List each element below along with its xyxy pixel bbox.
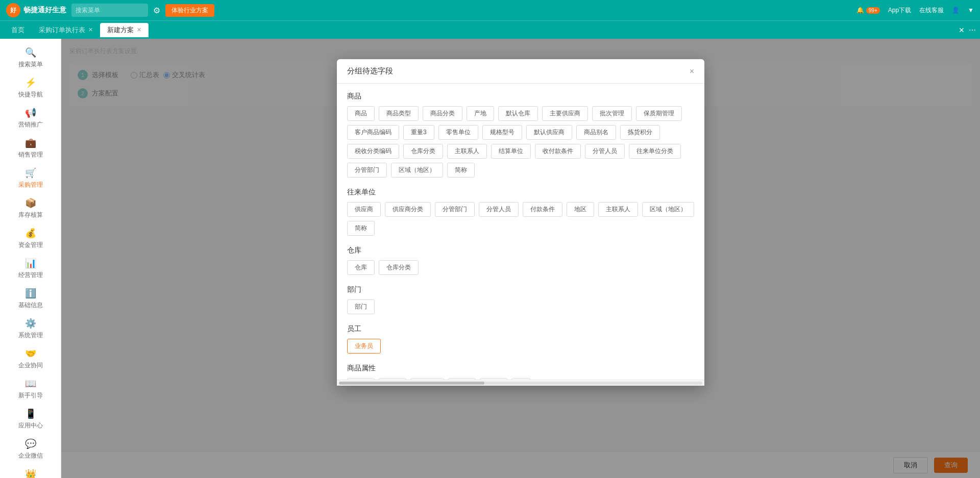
- online-service-link[interactable]: 在线客服: [919, 6, 944, 15]
- field-main-supplier[interactable]: 主要供应商: [542, 106, 588, 121]
- field-manager2[interactable]: 分管人员: [479, 202, 519, 217]
- field-main-contact[interactable]: 主联系人: [447, 144, 487, 159]
- sidebar-item-guide[interactable]: 📖 新手引导: [0, 374, 61, 404]
- field-settlement-unit[interactable]: 结算单位: [491, 144, 531, 159]
- field-partner-category[interactable]: 往来单位分类: [629, 144, 681, 159]
- field-salesperson[interactable]: 业务员: [347, 339, 381, 354]
- user-avatar[interactable]: 👤: [952, 7, 960, 14]
- section-partner: 往来单位 供应商 供应商分类 分管部门 分管人员 付款条件 地区 主联系人 区域…: [347, 188, 694, 236]
- field-dept-managed2[interactable]: 分管部门: [435, 202, 475, 217]
- field-default-supplier[interactable]: 默认供应商: [526, 125, 572, 140]
- sidebar-label-inventory: 库存核算: [18, 211, 43, 219]
- field-warehouse[interactable]: 仓库: [347, 260, 375, 275]
- field-default-warehouse[interactable]: 默认仓库: [498, 106, 538, 121]
- wechat-icon: 💬: [25, 438, 36, 449]
- marketing-icon: 📢: [25, 107, 36, 118]
- section-employee: 员工 业务员: [347, 324, 694, 354]
- shortcuts-icon: ⚡: [25, 77, 36, 88]
- operations-icon: 📊: [25, 258, 36, 269]
- sidebar-label-finance: 资金管理: [18, 241, 43, 249]
- section-product-attr-title: 商品属性: [347, 364, 694, 373]
- tab-purchase-exec[interactable]: 采购订单执行表 ✕: [32, 23, 100, 37]
- sidebar-item-purchase[interactable]: 🛒 采购管理: [0, 163, 61, 193]
- tab-new-plan-close[interactable]: ✕: [137, 27, 141, 33]
- tab-home[interactable]: 首页: [4, 23, 32, 37]
- warehouse-fields: 仓库 仓库分类: [347, 260, 694, 275]
- sales-icon: 💼: [25, 137, 36, 148]
- section-dept-title: 部门: [347, 285, 694, 294]
- gear-icon[interactable]: ⚙: [153, 6, 160, 15]
- tab-new-plan[interactable]: 新建方案 ✕: [100, 23, 149, 37]
- app-download-link[interactable]: App下载: [888, 6, 911, 15]
- modal-close-button[interactable]: ×: [690, 67, 694, 76]
- field-short-name2[interactable]: 简称: [347, 221, 375, 236]
- section-warehouse: 仓库 仓库 仓库分类: [347, 246, 694, 275]
- sidebar-item-wechat[interactable]: 💬 企业微信: [0, 434, 61, 464]
- modal-overlay: 分组待选字段 × 商品 商品 商品类型 商品分类 产地 默认仓库: [61, 39, 980, 478]
- tabs-close-icon[interactable]: ✕: [959, 26, 965, 34]
- sidebar-item-shortcuts[interactable]: ⚡ 快捷导航: [0, 73, 61, 103]
- field-product-type[interactable]: 商品类型: [379, 106, 419, 121]
- member-icon: 👑: [25, 468, 36, 478]
- field-pick-points[interactable]: 拣货积分: [620, 125, 660, 140]
- search-icon: 🔍: [25, 47, 36, 58]
- topbar-right: 🔔 99+ App下载 在线客服 👤 ▼: [856, 6, 974, 15]
- sidebar-item-sales[interactable]: 💼 销售管理: [0, 133, 61, 163]
- field-expiry-mgmt[interactable]: 保质期管理: [636, 106, 682, 121]
- section-product: 商品 商品 商品类型 商品分类 产地 默认仓库 主要供应商 批次管理 保质期管理…: [347, 92, 694, 178]
- sidebar-item-finance[interactable]: 💰 资金管理: [0, 223, 61, 254]
- field-region2[interactable]: 区域（地区）: [642, 202, 694, 217]
- tab-purchase-exec-label: 采购订单执行表: [39, 26, 85, 35]
- tab-new-plan-label: 新建方案: [107, 26, 134, 35]
- sidebar-label-wechat: 企业微信: [18, 451, 43, 460]
- sidebar-item-search[interactable]: 🔍 搜索菜单: [0, 43, 61, 73]
- notification-badge: 99+: [866, 7, 880, 14]
- sidebar-item-inventory[interactable]: 📦 库存核算: [0, 193, 61, 223]
- modal-dialog: 分组待选字段 × 商品 商品 商品类型 商品分类 产地 默认仓库: [337, 59, 704, 386]
- modal-title: 分组待选字段: [347, 66, 393, 76]
- tab-purchase-exec-close[interactable]: ✕: [88, 27, 93, 33]
- modal-hscroll[interactable]: [337, 380, 704, 386]
- experience-button[interactable]: 体验行业方案: [165, 4, 214, 17]
- sidebar-item-operations[interactable]: 📊 经营管理: [0, 254, 61, 284]
- sidebar-label-system: 系统管理: [18, 331, 43, 340]
- field-supplier[interactable]: 供应商: [347, 202, 381, 217]
- sidebar-label-appcenter: 应用中心: [18, 421, 43, 430]
- field-warehouse-cat[interactable]: 仓库分类: [403, 144, 443, 159]
- field-payment-terms[interactable]: 收付款条件: [535, 144, 581, 159]
- sidebar-item-system[interactable]: ⚙️ 系统管理: [0, 314, 61, 344]
- field-supplier-cat[interactable]: 供应商分类: [385, 202, 431, 217]
- field-short-name[interactable]: 简称: [447, 163, 475, 178]
- field-tax-code[interactable]: 税收分类编码: [347, 144, 399, 159]
- field-weight[interactable]: 重量3: [403, 125, 434, 140]
- section-product-title: 商品: [347, 92, 694, 101]
- field-main-contact2[interactable]: 主联系人: [598, 202, 638, 217]
- main-layout: 🔍 搜索菜单 ⚡ 快捷导航 📢 营销推广 💼 销售管理 🛒 采购管理 📦 库存核…: [0, 39, 980, 478]
- tabs-expand-icon[interactable]: ⋯: [969, 26, 976, 34]
- sidebar-item-appcenter[interactable]: 📱 应用中心: [0, 404, 61, 434]
- field-area[interactable]: 地区: [567, 202, 594, 217]
- field-dept-managed[interactable]: 分管部门: [347, 163, 387, 178]
- field-batch-mgmt[interactable]: 批次管理: [592, 106, 632, 121]
- field-product[interactable]: 商品: [347, 106, 375, 121]
- sidebar-item-member[interactable]: 👑 畅会员: [0, 464, 61, 478]
- field-customer-code[interactable]: 客户商品编码: [347, 125, 399, 140]
- sidebar-item-collab[interactable]: 🤝 企业协同: [0, 344, 61, 374]
- field-spec-model[interactable]: 规格型号: [482, 125, 522, 140]
- field-product-alias[interactable]: 商品别名: [576, 125, 616, 140]
- field-product-category[interactable]: 商品分类: [423, 106, 462, 121]
- search-input[interactable]: [71, 4, 148, 17]
- field-region[interactable]: 区域（地区）: [391, 163, 443, 178]
- notification-area[interactable]: 🔔 99+: [856, 7, 879, 14]
- field-retail-unit[interactable]: 零售单位: [438, 125, 478, 140]
- sidebar-item-basicinfo[interactable]: ℹ️ 基础信息: [0, 284, 61, 314]
- field-warehouse-category[interactable]: 仓库分类: [379, 260, 419, 275]
- field-dept[interactable]: 部门: [347, 299, 375, 314]
- field-manager[interactable]: 分管人员: [585, 144, 625, 159]
- user-menu[interactable]: ▼: [968, 7, 974, 14]
- sidebar-item-marketing[interactable]: 📢 营销推广: [0, 103, 61, 133]
- sidebar: 🔍 搜索菜单 ⚡ 快捷导航 📢 营销推广 💼 销售管理 🛒 采购管理 📦 库存核…: [0, 39, 61, 478]
- field-payment-terms2[interactable]: 付款条件: [523, 202, 562, 217]
- field-origin[interactable]: 产地: [467, 106, 494, 121]
- dept-fields: 部门: [347, 299, 694, 314]
